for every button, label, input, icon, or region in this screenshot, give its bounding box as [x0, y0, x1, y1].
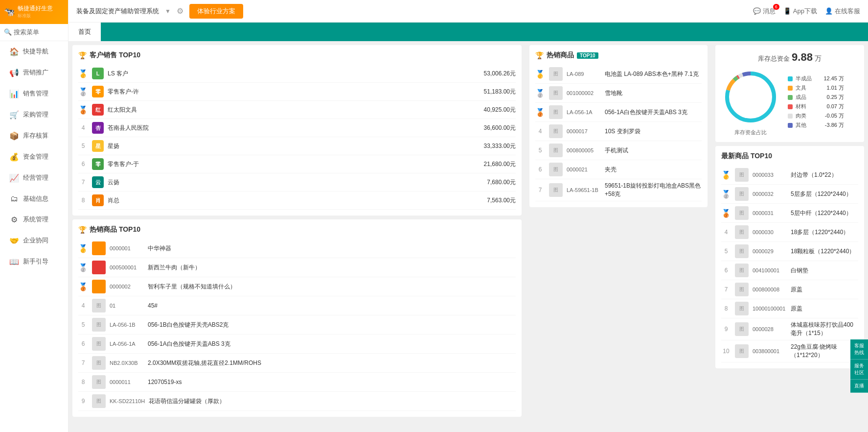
trial-btn[interactable]: 体验行业方案 — [189, 4, 243, 19]
product-img: 图 — [549, 105, 563, 119]
product-name: 智利车子里（规格不知道填什么） — [148, 283, 516, 291]
sidebar-item-7[interactable]: 🗂 基础信息 — [0, 189, 68, 209]
rank-number: 7 — [78, 179, 88, 186]
topbar-gear-icon[interactable]: ⚙ — [177, 6, 183, 16]
product-code: KK-SD22110H — [110, 398, 145, 404]
guide-icon: 📖 — [9, 257, 19, 266]
hot-product-item: 🥉 0000002 智利车子里（规格不知道填什么） — [78, 277, 516, 296]
product-name: 2.0X30MM双搓花轴,搓花直径2.1MM/ROHS — [148, 359, 516, 367]
search-label: 搜索菜单 — [14, 28, 39, 37]
inventory-icon: 📦 — [9, 131, 19, 141]
product-name: 封边带（1.0*22） — [791, 171, 858, 179]
product-img: 图 — [735, 344, 749, 358]
product-code: LA-056-1A — [110, 341, 144, 347]
product-code: 004100001 — [753, 267, 787, 273]
product-img: 图 — [92, 337, 106, 351]
hot-top-icon: 🏆 — [535, 51, 544, 59]
rank-number: 7 — [78, 360, 88, 366]
main-area: 装备及固定资产辅助管理系统 ▼ ⚙ 体验行业方案 💬 消息 6 📱 App下载 … — [69, 0, 868, 432]
sidebar-item-label-6: 经营管理 — [23, 173, 48, 182]
float-btn-live[interactable]: 直播 — [850, 380, 868, 393]
sidebar-item-8[interactable]: ⚙ 系统管理 — [0, 209, 68, 230]
sidebar-item-label-2: 销售管理 — [23, 89, 48, 98]
product-img: 图 — [735, 168, 749, 182]
newest-product-item: 5 图 0000029 18颗粒板（1220*2440） — [721, 242, 858, 261]
gold-icon: 🥇 — [535, 70, 545, 79]
rank-number: 5 — [535, 147, 545, 154]
sidebar-item-9[interactable]: 🤝 企业协同 — [0, 230, 68, 251]
sidebar-item-6[interactable]: 📈 经营管理 — [0, 168, 68, 189]
product-img: 图 — [549, 144, 563, 157]
product-name: 12070519-xs — [148, 379, 516, 385]
legend-name: 成品 — [796, 94, 806, 101]
product-name: 原盖 — [791, 286, 858, 294]
silver-icon: 🥈 — [535, 89, 545, 98]
product-name: 白钢垫 — [791, 266, 858, 275]
legend-name: 文具 — [796, 84, 806, 92]
left-panel: 🏆 客户销售 TOP10 🥇 L LS 客户 53,006.26元 🥈 零 零售… — [69, 41, 525, 432]
inventory-legend: 半成品 12.45 万 文具 1.01 万 成品 0.25 万 材料 0.07 … — [788, 75, 844, 129]
sidebar-item-label-8: 系统管理 — [23, 215, 48, 224]
product-name: 056-1A白色按键开关盖ABS 3克 — [605, 108, 702, 117]
product-code: 0000021 — [567, 167, 601, 172]
gold-icon: 🥇 — [78, 244, 88, 253]
customer-rank-item: 🥇 L LS 客户 53,006.26元 — [78, 65, 516, 83]
product-img: 图 — [92, 375, 106, 389]
product-code: 0000001 — [110, 245, 144, 251]
legend-value: 12.45 万 — [815, 75, 844, 82]
bronze-icon: 🥉 — [721, 209, 731, 218]
product-code: 01 — [110, 303, 144, 309]
donut-label: 库存资金占比 — [721, 129, 780, 136]
sidebar-item-10[interactable]: 📖 新手引导 — [0, 251, 68, 272]
chart-area: 库存资金占比 半成品 12.45 万 文具 1.01 万 成品 0.25 万 材… — [721, 68, 858, 136]
sidebar-item-1[interactable]: 📢 营销推广 — [0, 62, 68, 83]
product-name: 5层中纤（1220*2440） — [791, 209, 858, 217]
product-img: 图 — [735, 187, 749, 201]
float-btn-community[interactable]: 服务社区 — [850, 360, 868, 380]
app-label: App下载 — [793, 7, 817, 16]
float-btn-service[interactable]: 客服热线 — [850, 339, 868, 360]
newest-products-card: 最新商品 TOP10 🥇 图 0000033 封边带（1.0*22） 🥈 图 0… — [715, 146, 864, 368]
hot-products-title: 🏆 热销商品 TOP10 — [78, 225, 516, 234]
rank-amount: 36,600.00元 — [484, 124, 516, 132]
sidebar-item-label-0: 快捷导航 — [23, 47, 48, 56]
app-download-btn[interactable]: 📱 App下载 — [783, 7, 817, 16]
newest-product-item: 7 图 000800008 原盖 — [721, 280, 858, 299]
hot-product-top-item: 6 图 0000021 夹壳 — [535, 160, 702, 179]
sales-icon: 📊 — [9, 89, 19, 98]
product-code: 000800008 — [753, 287, 787, 292]
legend-dot — [788, 114, 793, 119]
product-img: 图 — [549, 183, 563, 197]
sidebar-item-5[interactable]: 💰 资金管理 — [0, 146, 68, 168]
service-btn[interactable]: 👤 在线客服 — [825, 7, 860, 16]
sidebar-item-2[interactable]: 📊 销售管理 — [0, 83, 68, 104]
sidebar-item-label-7: 基础信息 — [23, 194, 48, 203]
newest-product-item: 🥇 图 0000033 封边带（1.0*22） — [721, 166, 858, 185]
tab-home[interactable]: 首页 — [69, 23, 101, 41]
product-code: 000500001 — [110, 264, 144, 270]
product-code: 0000031 — [753, 210, 787, 216]
hot-product-top-item: 🥈 图 001000002 雪地靴 — [535, 84, 702, 103]
donut-chart — [721, 68, 780, 126]
product-code: LA-089 — [567, 71, 601, 77]
customer-rank-item: 🥈 零 零售客户-许 51,183.00元 — [78, 83, 516, 101]
rank-number: 5 — [78, 321, 88, 328]
sidebar-item-0[interactable]: 🏠 快捷导航 — [0, 41, 68, 62]
sidebar-item-4[interactable]: 📦 库存核算 — [0, 125, 68, 146]
product-img: 图 — [92, 299, 106, 312]
bronze-trophy-icon: 🥉 — [78, 105, 88, 115]
msg-btn[interactable]: 💬 消息 6 — [753, 7, 776, 16]
sidebar-item-3[interactable]: 🛒 采购管理 — [0, 104, 68, 125]
info-icon: 🗂 — [9, 194, 19, 203]
legend-value: 1.01 万 — [815, 84, 844, 92]
product-code: 001000002 — [567, 90, 601, 96]
product-code: 0000033 — [753, 172, 787, 178]
product-img: 图 — [735, 302, 749, 315]
legend-name: 半成品 — [796, 75, 812, 82]
sidebar-search[interactable]: 🔍 搜索菜单 — [0, 24, 68, 41]
hot-product-top-item: 4 图 0000017 10S 变刹罗袋 — [535, 122, 702, 141]
legend-item: 成品 0.25 万 — [788, 94, 844, 101]
rank-number: 5 — [78, 143, 88, 149]
rank-avatar: L — [92, 68, 104, 79]
product-code: NB2.0X30B — [110, 360, 144, 366]
